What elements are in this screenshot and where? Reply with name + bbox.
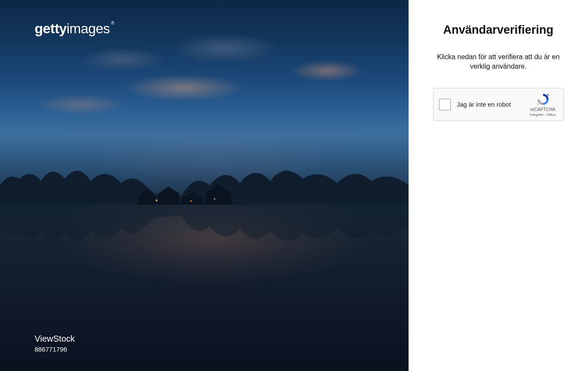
svg-rect-1 [190, 200, 192, 202]
verification-description: Klicka nedan för att verifiera att du är… [429, 52, 568, 71]
recaptcha-checkbox[interactable] [439, 98, 451, 111]
registered-mark: ® [111, 21, 114, 25]
svg-rect-0 [156, 200, 157, 201]
recaptcha-terms-link[interactable]: Villkor [546, 113, 556, 117]
verification-panel: Användarverifiering Klicka nedan för att… [409, 0, 588, 371]
building-silhouette [134, 174, 272, 209]
recaptcha-branding: reCAPTCHA Integritet - Villkor [528, 92, 558, 117]
image-credit: ViewStock 886771796 [35, 334, 75, 353]
page-title: Användarverifiering [443, 23, 553, 37]
logo-part1: getty [35, 21, 67, 36]
gettyimages-logo: gettyimages ® [35, 22, 110, 35]
recaptcha-label: Jag är inte en robot [457, 101, 528, 108]
sky-clouds [0, 26, 409, 138]
recaptcha-link-separator: - [543, 113, 546, 117]
recaptcha-privacy-link[interactable]: Integritet [530, 113, 543, 117]
credit-author: ViewStock [35, 334, 75, 344]
recaptcha-brand-name: reCAPTCHA [530, 107, 555, 112]
logo-part2: images [67, 21, 110, 36]
recaptcha-legal-links: Integritet - Villkor [530, 113, 556, 117]
recaptcha-icon [536, 92, 550, 106]
hero-image-panel: gettyimages ® ViewStock 886771796 [0, 0, 409, 371]
credit-image-id: 886771796 [35, 346, 75, 353]
svg-rect-2 [214, 198, 215, 200]
recaptcha-widget[interactable]: Jag är inte en robot reCAPTCHA Integrite… [433, 88, 564, 121]
